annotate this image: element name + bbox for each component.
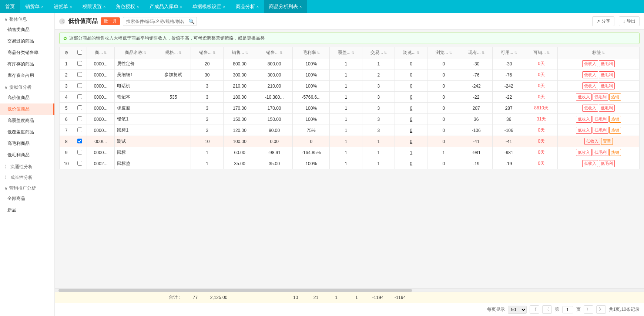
cell-checkbox[interactable] (73, 103, 87, 114)
col-checkbox[interactable] (73, 47, 87, 58)
nav-template-settings[interactable]: 单据模板设置 × (187, 0, 230, 13)
page-size-select[interactable]: 50 100 (508, 306, 527, 314)
cell-checkbox[interactable] (73, 69, 87, 81)
row-checkbox[interactable] (77, 94, 82, 99)
nav-permission[interactable]: 权限设置 × (77, 0, 111, 13)
cell-checkbox[interactable] (73, 81, 87, 92)
scroll-bar[interactable] (55, 289, 644, 292)
cell-checkbox[interactable] (73, 114, 87, 125)
sidebar-item-low-profit[interactable]: 低毛利商品 (0, 149, 54, 161)
close-icon[interactable]: × (180, 4, 182, 9)
row-checkbox[interactable] (77, 128, 82, 132)
row-checkbox[interactable] (77, 105, 82, 110)
last-page-btn[interactable]: 》 (596, 305, 606, 314)
row-checkbox[interactable] (77, 116, 82, 121)
browse-link[interactable]: 0 (410, 106, 412, 111)
browse-link[interactable]: 0 (410, 84, 412, 89)
col-code[interactable]: 商...⇅ (87, 47, 115, 58)
row-checkbox[interactable] (77, 161, 82, 166)
nav-purchase-order[interactable]: 进货单 × (48, 0, 77, 13)
col-sales-qty[interactable]: 销售...⇅ (191, 47, 224, 58)
cell-browse1[interactable]: 1 (395, 147, 427, 158)
sidebar-item-category-sales-rate[interactable]: 商品分类销售率 (0, 47, 54, 58)
row-checkbox[interactable] (77, 83, 82, 88)
col-name[interactable]: 商品名称⇅ (115, 47, 156, 58)
first-page-btn[interactable]: 《 (530, 305, 539, 314)
cell-browse1[interactable]: 0 (395, 92, 427, 103)
cell-browse1[interactable]: 0 (395, 103, 427, 114)
col-gross-rate[interactable]: 毛利率⇅ (293, 47, 330, 58)
col-available[interactable]: 可用...⇅ (493, 47, 525, 58)
next-page-btn[interactable]: 〉 (584, 305, 593, 314)
sidebar-group-marketing[interactable]: ∨ 营销推广分析 (0, 182, 54, 193)
close-icon[interactable]: × (70, 4, 72, 9)
row-checkbox[interactable] (77, 150, 82, 154)
cell-checkbox[interactable] (73, 125, 87, 136)
browse-link[interactable]: 0 (410, 72, 412, 78)
browse-link[interactable]: 0 (410, 139, 412, 144)
nav-product-analysis-list[interactable]: 商品分析列表 × (264, 0, 307, 13)
sidebar-item-low-value[interactable]: 低价值商品 (0, 103, 54, 115)
nav-product-analysis[interactable]: 商品分析 × (231, 0, 264, 13)
select-all-checkbox[interactable] (77, 50, 82, 55)
row-checkbox[interactable] (77, 61, 82, 66)
col-sales-price[interactable]: 销售...⇅ (224, 47, 256, 58)
row-checkbox[interactable] (77, 72, 82, 77)
time-tag-button[interactable]: 近一月 (101, 17, 120, 25)
nav-role-auth[interactable]: 角色授权 × (111, 0, 144, 13)
col-current-stock[interactable]: 现有...⇅ (460, 47, 493, 58)
col-tags[interactable]: 标签⇅ (558, 47, 640, 58)
col-sales-gross[interactable]: 销售...⇅ (256, 47, 293, 58)
browse-link[interactable]: 0 (410, 61, 412, 67)
cell-browse1[interactable]: 0 (395, 81, 427, 92)
col-settings[interactable]: ⚙ (60, 47, 73, 58)
cell-checkbox[interactable] (73, 136, 87, 147)
cell-browse1[interactable]: 0 (395, 136, 427, 147)
sidebar-item-all-products[interactable]: 全部商品 (0, 193, 54, 204)
close-icon[interactable]: × (137, 4, 139, 9)
col-coverage[interactable]: 覆盖...⇅ (330, 47, 362, 58)
sidebar-group-contribution[interactable]: ∨ 贡献值分析 (0, 81, 54, 92)
sidebar-group-overall[interactable]: ∨ 整体信息 (0, 13, 54, 24)
nav-home[interactable]: 首页 (0, 0, 20, 13)
page-input[interactable] (562, 306, 573, 313)
browse-link[interactable]: 0 (410, 128, 412, 133)
col-transactions[interactable]: 交易...⇅ (362, 47, 395, 58)
nav-product-warehouse[interactable]: 产成品入库单 × (144, 0, 187, 13)
prev-page-btn[interactable]: 〈 (542, 305, 552, 314)
browse-link[interactable]: 0 (410, 161, 412, 166)
close-icon[interactable]: × (223, 4, 225, 9)
col-saleable[interactable]: 可销...⇅ (525, 47, 558, 58)
browse-link[interactable]: 0 (410, 95, 412, 100)
row-checkbox[interactable] (77, 139, 82, 143)
sidebar-group-growth[interactable]: 〉 成长性分析 (0, 171, 54, 182)
close-icon[interactable]: × (103, 4, 105, 9)
sidebar-collapse-btn[interactable]: 《 (59, 18, 65, 24)
sidebar-item-traded-products[interactable]: 交易过的商品 (0, 35, 54, 47)
close-icon[interactable]: × (41, 4, 43, 9)
cell-browse1[interactable]: 0 (395, 69, 427, 81)
close-icon[interactable]: × (256, 4, 259, 9)
col-browse2[interactable]: 浏览...⇅ (427, 47, 460, 58)
sidebar-item-high-profit[interactable]: 高毛利商品 (0, 138, 54, 149)
sidebar-item-new-products[interactable]: 新品 (0, 204, 54, 216)
close-icon[interactable]: × (299, 4, 302, 9)
cell-checkbox[interactable] (73, 58, 87, 69)
browse-link[interactable]: 0 (410, 117, 412, 122)
sidebar-item-high-value[interactable]: 高价值商品 (0, 92, 54, 103)
scroll-thumb[interactable] (58, 289, 412, 292)
sidebar-item-high-coverage[interactable]: 高覆盖度商品 (0, 115, 54, 126)
sidebar-item-stock-products[interactable]: 有库存的商品 (0, 58, 54, 70)
sidebar-group-circulation[interactable]: 〉 流通性分析 (0, 161, 54, 171)
cell-browse1[interactable]: 0 (395, 114, 427, 125)
search-icon[interactable]: 🔍 (188, 18, 195, 24)
export-button[interactable]: ↓ 导出 (619, 16, 640, 26)
cell-checkbox[interactable] (73, 158, 87, 169)
sidebar-item-sales-products[interactable]: 销售类商品 (0, 24, 54, 35)
sidebar-item-stock-capital[interactable]: 库存资金占用 (0, 70, 54, 81)
col-browse1[interactable]: 浏览...⇅ (395, 47, 427, 58)
browse-link[interactable]: 1 (410, 150, 412, 155)
share-button[interactable]: ↗ 分享 (592, 16, 614, 26)
cell-checkbox[interactable] (73, 147, 87, 158)
cell-checkbox[interactable] (73, 92, 87, 103)
